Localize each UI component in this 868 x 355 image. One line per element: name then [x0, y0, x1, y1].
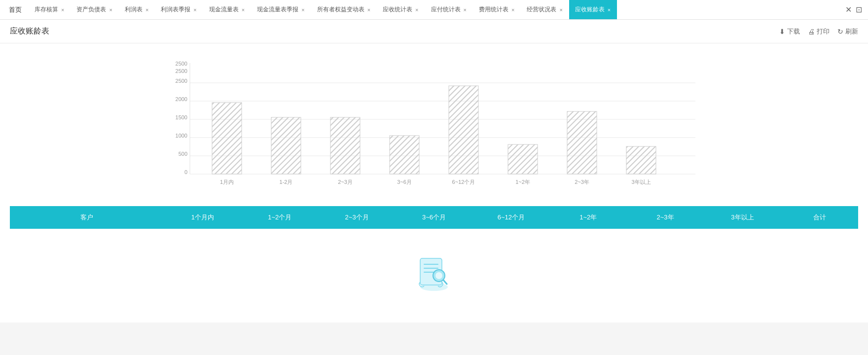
- bar-2-3month: [330, 117, 360, 174]
- col-1-2month: 1~2个月: [241, 206, 318, 229]
- table-header: 客户 1个月内 1~2个月 2~3个月 3~6个月 6~12个月 1~2年 2~…: [10, 206, 858, 229]
- col-3-6month: 3~6个月: [396, 206, 472, 229]
- tab-close-inventory[interactable]: ×: [61, 7, 64, 13]
- print-icon: 🖨: [808, 28, 815, 36]
- svg-text:2500: 2500: [176, 68, 187, 74]
- main-content: 0 500 1000 1500 2000 2500 2500 2500: [0, 43, 868, 322]
- empty-state: [10, 229, 858, 313]
- svg-text:1月内: 1月内: [220, 179, 234, 185]
- bar-2-3year: [567, 111, 597, 174]
- download-button[interactable]: ⬇ 下载: [779, 27, 800, 36]
- col-2-3year: 2~3年: [627, 206, 704, 229]
- tab-inventory[interactable]: 库存核算 ×: [29, 0, 71, 20]
- tab-balance[interactable]: 资产负债表 ×: [71, 0, 118, 20]
- tab-close-operations[interactable]: ×: [559, 7, 562, 13]
- tab-close-payable-stats[interactable]: ×: [464, 7, 467, 13]
- tab-close-equity[interactable]: ×: [367, 7, 370, 13]
- tab-aging[interactable]: 应收账龄表 ×: [569, 0, 617, 20]
- chart-svg-wrapper: 0 500 1000 1500 2000 2500 2500 2500: [20, 58, 848, 196]
- col-2-3month: 2~3个月: [318, 206, 395, 229]
- svg-text:2~3月: 2~3月: [338, 179, 353, 185]
- svg-text:2500: 2500: [176, 61, 187, 67]
- tab-close-profit[interactable]: ×: [145, 7, 148, 13]
- tab-cashflow-quarterly[interactable]: 现金流量表季报 ×: [251, 0, 311, 20]
- col-6-12month: 6~12个月: [472, 206, 549, 229]
- print-label: 打印: [817, 27, 830, 36]
- svg-text:2~3年: 2~3年: [575, 179, 589, 185]
- svg-text:1-2月: 1-2月: [280, 179, 293, 185]
- tab-close-expense-stats[interactable]: ×: [511, 7, 514, 13]
- tab-close-cashflow-quarterly[interactable]: ×: [301, 7, 304, 13]
- tab-equity[interactable]: 所有者权益变动表 ×: [311, 0, 377, 20]
- tab-expense-stats[interactable]: 费用统计表 ×: [473, 0, 521, 20]
- tab-cashflow[interactable]: 现金流量表 ×: [203, 0, 251, 20]
- aging-chart: 0 500 1000 1500 2000 2500 2500 2500: [163, 58, 705, 196]
- tab-home[interactable]: 首页: [2, 5, 29, 14]
- chart-container: 0 500 1000 1500 2000 2500 2500 2500: [10, 53, 858, 206]
- svg-text:2000: 2000: [176, 96, 187, 102]
- tab-profit[interactable]: 利润表 ×: [119, 0, 155, 20]
- bar-1-2month: [271, 117, 301, 174]
- window-maximize-button[interactable]: ⊡: [856, 5, 862, 14]
- print-button[interactable]: 🖨 打印: [808, 27, 830, 36]
- svg-text:1000: 1000: [176, 133, 187, 139]
- download-label: 下载: [787, 27, 800, 36]
- svg-text:2500: 2500: [176, 78, 187, 84]
- download-icon: ⬇: [779, 28, 785, 36]
- refresh-label: 刷新: [845, 27, 858, 36]
- tab-close-aging[interactable]: ×: [608, 7, 611, 13]
- tab-close-cashflow[interactable]: ×: [242, 7, 245, 13]
- bar-6-12month: [449, 86, 478, 174]
- refresh-button[interactable]: ↻ 刷新: [837, 27, 858, 36]
- col-3year-plus: 3年以上: [704, 206, 781, 229]
- bar-1month: [212, 103, 242, 174]
- tab-profit-quarterly[interactable]: 利润表季报 ×: [155, 0, 203, 20]
- window-close-button[interactable]: ✕: [845, 5, 852, 14]
- window-actions: ✕ ⊡: [845, 5, 866, 14]
- bar-3-6month: [390, 136, 419, 174]
- bar-3year-plus: [626, 146, 656, 174]
- tab-payable-stats[interactable]: 应付统计表 ×: [425, 0, 473, 20]
- tab-close-profit-quarterly[interactable]: ×: [193, 7, 196, 13]
- page-title: 应收账龄表: [10, 26, 49, 36]
- tab-operations[interactable]: 经营状况表 ×: [521, 0, 569, 20]
- svg-line-32: [443, 280, 447, 284]
- page-header: 应收账龄表 ⬇ 下载 🖨 打印 ↻ 刷新: [0, 20, 868, 43]
- tab-bar: 首页 库存核算 × 资产负债表 × 利润表 × 利润表季报 × 现金流量表 × …: [0, 0, 868, 20]
- svg-text:0: 0: [184, 169, 187, 175]
- svg-text:3~6月: 3~6月: [397, 179, 412, 185]
- tab-close-receivable-stats[interactable]: ×: [415, 7, 418, 13]
- bar-1-2year: [508, 144, 538, 174]
- svg-text:500: 500: [179, 151, 187, 157]
- tab-receivable-stats[interactable]: 应收统计表 ×: [377, 0, 425, 20]
- svg-text:1500: 1500: [176, 114, 187, 120]
- col-total: 合计: [781, 206, 858, 229]
- svg-text:3年以上: 3年以上: [631, 179, 651, 185]
- svg-point-31: [435, 272, 442, 279]
- svg-text:1~2年: 1~2年: [515, 179, 530, 185]
- col-1-2year: 1~2年: [550, 206, 627, 229]
- refresh-icon: ↻: [837, 28, 843, 36]
- header-actions: ⬇ 下载 🖨 打印 ↻ 刷新: [779, 27, 858, 36]
- tab-close-balance[interactable]: ×: [109, 7, 112, 13]
- col-1month: 1个月内: [164, 206, 241, 229]
- col-customer: 客户: [10, 206, 164, 229]
- svg-text:6~12个月: 6~12个月: [452, 179, 475, 185]
- empty-state-icon: [409, 248, 459, 293]
